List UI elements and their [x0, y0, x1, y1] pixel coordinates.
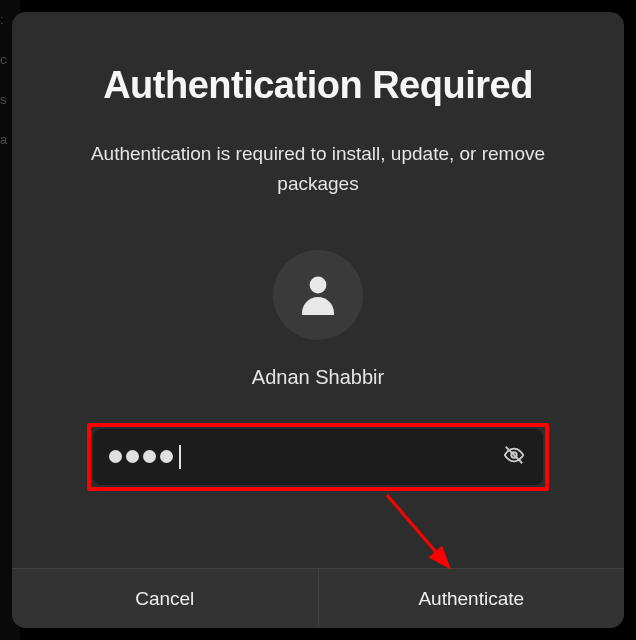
dialog-subtitle: Authentication is required to install, u… [73, 139, 563, 200]
password-mask [109, 445, 181, 469]
cancel-button[interactable]: Cancel [12, 569, 319, 628]
authenticate-button[interactable]: Authenticate [319, 569, 625, 628]
eye-off-icon[interactable] [503, 444, 525, 470]
dialog-title: Authentication Required [103, 64, 533, 107]
auth-dialog: Authentication Required Authentication i… [12, 12, 624, 628]
password-input[interactable] [93, 429, 543, 485]
text-cursor [179, 445, 181, 469]
dialog-buttons: Cancel Authenticate [12, 568, 624, 628]
user-icon [294, 269, 342, 321]
username-label: Adnan Shabbir [252, 366, 384, 389]
svg-point-0 [310, 276, 327, 293]
dialog-content: Authentication Required Authentication i… [12, 12, 624, 568]
user-avatar [273, 250, 363, 340]
